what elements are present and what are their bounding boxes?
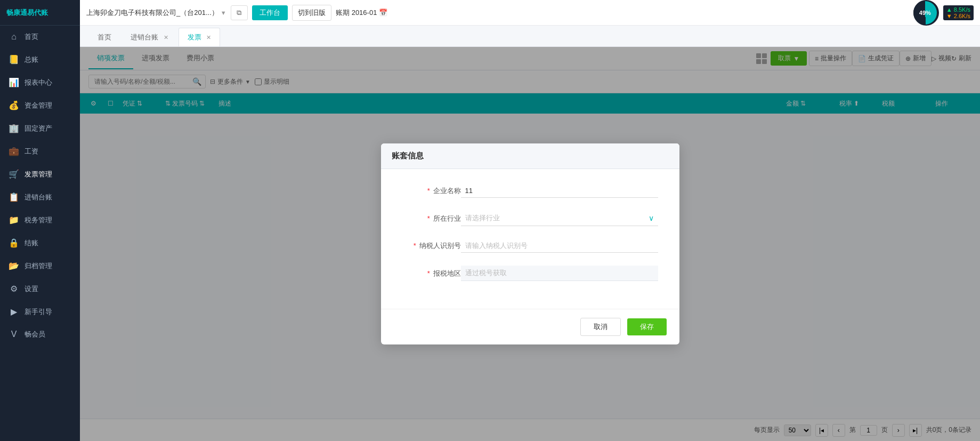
period-value: 2016-01 bbox=[352, 9, 377, 17]
sidebar-label-close: 结账 bbox=[25, 238, 38, 248]
copy-icon: ⧉ bbox=[237, 9, 241, 17]
sidebar-item-settings[interactable]: ⚙设置 bbox=[0, 277, 80, 300]
main-area: 上海卯金刀电子科技有限公司_（台201...） ▼ ⧉ 工作台 切到旧版 账期 … bbox=[80, 0, 980, 441]
close-icon: 🔒 bbox=[9, 238, 19, 248]
workbench-button[interactable]: 工作台 bbox=[252, 5, 288, 20]
logo-text: 畅康通易代账 bbox=[6, 8, 48, 18]
company-name-label: * 企业名称 bbox=[402, 186, 461, 196]
sidebar-label-archive: 归档管理 bbox=[25, 261, 52, 271]
sidebar-item-report[interactable]: 📊报表中心 bbox=[0, 71, 80, 94]
sidebar-item-ledger[interactable]: 📒总账 bbox=[0, 48, 80, 71]
topbar-right: 49% ▲ 8.5K/s ▼ 2.6K/s bbox=[913, 0, 974, 26]
home-icon: ⌂ bbox=[9, 32, 19, 42]
ledger-icon: 📒 bbox=[9, 54, 19, 65]
save-button[interactable]: 保存 bbox=[627, 318, 667, 335]
sidebar-label-tax: 税务管理 bbox=[25, 215, 52, 225]
cancel-button[interactable]: 取消 bbox=[580, 318, 621, 336]
sales-icon: 📋 bbox=[9, 192, 19, 202]
form-row-industry: * 所在行业 请选择行业 ∨ bbox=[402, 211, 658, 226]
sidebar-item-sales[interactable]: 📋进销台账 bbox=[0, 186, 80, 209]
sidebar-label-home: 首页 bbox=[25, 32, 38, 42]
dialog-footer: 取消 保存 bbox=[381, 309, 679, 344]
sidebar-item-capital[interactable]: 💰资金管理 bbox=[0, 94, 80, 117]
member-icon: V bbox=[9, 330, 19, 339]
switch-old-button[interactable]: 切到旧版 bbox=[292, 5, 331, 21]
period-selector[interactable]: 账期 2016-01 📅 bbox=[336, 8, 388, 18]
tab-close-invoice[interactable]: ✕ bbox=[206, 34, 211, 41]
sidebar-label-report: 报表中心 bbox=[25, 78, 52, 87]
speed-percent: 49% bbox=[919, 10, 931, 16]
tab-purchase-ledger[interactable]: 进销台账 ✕ bbox=[122, 28, 177, 46]
capital-icon: 💰 bbox=[9, 100, 19, 110]
sidebar-item-home[interactable]: ⌂首页 bbox=[0, 26, 80, 48]
sidebar-item-archive[interactable]: 📂归档管理 bbox=[0, 254, 80, 277]
sidebar-label-ledger: 总账 bbox=[25, 55, 38, 65]
sidebar-item-member[interactable]: V畅会员 bbox=[0, 323, 80, 346]
dialog-title: 账套信息 bbox=[381, 143, 679, 169]
archive-icon: 📂 bbox=[9, 261, 19, 271]
speed-down: ▼ 2.6K/s bbox=[946, 13, 970, 19]
speed-up: ▲ 8.5K/s bbox=[946, 6, 970, 13]
sidebar-label-invoice: 发票管理 bbox=[25, 170, 52, 179]
sidebar-label-settings: 设置 bbox=[25, 284, 38, 294]
sidebar-label-capital: 资金管理 bbox=[25, 101, 52, 110]
sidebar-item-assets[interactable]: 🏢固定资产 bbox=[0, 117, 80, 140]
calendar-icon: 📅 bbox=[379, 9, 387, 17]
period-label: 账期 bbox=[336, 8, 350, 18]
sidebar: 畅康通易代账 ⌂首页📒总账📊报表中心💰资金管理🏢固定资产💼工资🛒发票管理📋进销台… bbox=[0, 0, 80, 441]
tax-region-display: 通过税号获取 bbox=[461, 266, 658, 281]
form-row-tax-id: * 纳税人识别号 bbox=[402, 239, 658, 253]
sidebar-item-invoice[interactable]: 🛒发票管理 bbox=[0, 163, 80, 186]
sidebar-label-guide: 新手引导 bbox=[25, 307, 52, 317]
industry-dropdown-icon: ∨ bbox=[649, 214, 654, 222]
content-area: 销项发票 进项发票 费用小票 取票 ▼ bbox=[80, 47, 980, 441]
tab-home[interactable]: 首页 bbox=[88, 28, 120, 46]
report-icon: 📊 bbox=[9, 77, 19, 87]
tab-close-purchase[interactable]: ✕ bbox=[164, 34, 168, 41]
sidebar-label-member: 畅会员 bbox=[25, 330, 45, 339]
tax-region-label: * 报税地区 bbox=[402, 269, 461, 278]
assets-icon: 🏢 bbox=[9, 123, 19, 133]
tab-invoice[interactable]: 发票 ✕ bbox=[179, 28, 221, 46]
salary-icon: 💼 bbox=[9, 146, 19, 156]
copy-icon-btn[interactable]: ⧉ bbox=[231, 5, 248, 20]
speed-circle: 49% bbox=[913, 1, 937, 25]
company-name: 上海卯金刀电子科技有限公司_（台201...） bbox=[86, 8, 218, 18]
invoice-icon: 🛒 bbox=[9, 169, 19, 179]
company-dropdown-arrow: ▼ bbox=[221, 10, 226, 16]
tax-id-input[interactable] bbox=[461, 239, 658, 253]
company-selector[interactable]: 上海卯金刀电子科技有限公司_（台201...） ▼ bbox=[86, 8, 226, 18]
guide-icon: ▶ bbox=[9, 307, 19, 317]
sidebar-label-sales: 进销台账 bbox=[25, 193, 52, 202]
speed-info: ▲ 8.5K/s ▼ 2.6K/s bbox=[943, 5, 974, 20]
sidebar-item-tax[interactable]: 📁税务管理 bbox=[0, 209, 80, 231]
industry-placeholder: 请选择行业 bbox=[465, 213, 649, 223]
sidebar-item-close[interactable]: 🔒结账 bbox=[0, 231, 80, 254]
settings-icon: ⚙ bbox=[9, 284, 19, 294]
sidebar-item-guide[interactable]: ▶新手引导 bbox=[0, 300, 80, 323]
sidebar-item-salary[interactable]: 💼工资 bbox=[0, 140, 80, 163]
tab-bar: 首页 进销台账 ✕ 发票 ✕ bbox=[80, 26, 980, 47]
tax-id-label: * 纳税人识别号 bbox=[402, 241, 461, 251]
modal-overlay: 账套信息 * 企业名称 * 所在行业 bbox=[80, 47, 980, 441]
form-row-tax-region: * 报税地区 通过税号获取 bbox=[402, 266, 658, 281]
sidebar-label-salary: 工资 bbox=[25, 147, 38, 156]
form-row-company: * 企业名称 bbox=[402, 184, 658, 198]
tax-icon: 📁 bbox=[9, 215, 19, 225]
industry-select[interactable]: 请选择行业 ∨ bbox=[461, 211, 658, 226]
industry-label: * 所在行业 bbox=[402, 214, 461, 223]
speed-widget: 49% bbox=[913, 0, 939, 26]
company-name-input[interactable] bbox=[461, 184, 658, 198]
sidebar-label-assets: 固定资产 bbox=[25, 124, 52, 133]
app-logo: 畅康通易代账 bbox=[0, 0, 80, 26]
topbar: 上海卯金刀电子科技有限公司_（台201...） ▼ ⧉ 工作台 切到旧版 账期 … bbox=[80, 0, 980, 26]
dialog-account-info: 账套信息 * 企业名称 * 所在行业 bbox=[381, 143, 679, 344]
dialog-body: * 企业名称 * 所在行业 请选择行业 ∨ bbox=[381, 169, 679, 309]
